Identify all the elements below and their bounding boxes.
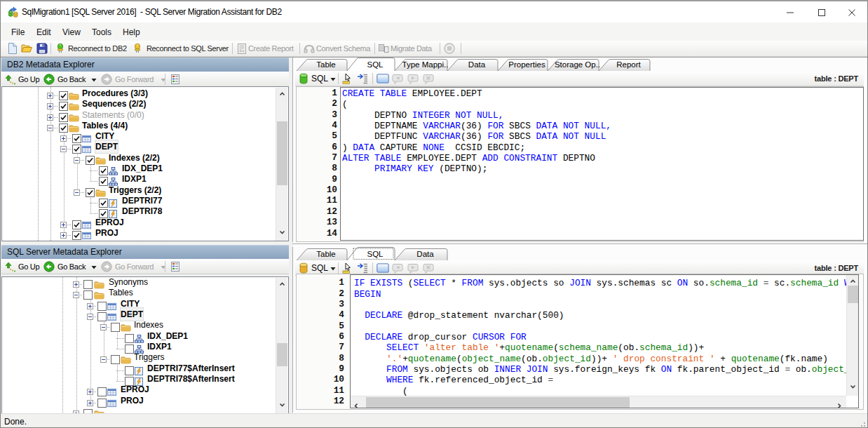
svg-text:Report: Report (616, 60, 641, 69)
svg-text:Type Mappi..: Type Mappi.. (402, 60, 449, 69)
svg-text:Storage Op..: Storage Op.. (555, 60, 600, 69)
svg-text:Data: Data (468, 60, 486, 69)
svg-text:SQL: SQL (367, 60, 384, 69)
svg-text:Table: Table (316, 60, 336, 69)
svg-text:Properties: Properties (508, 60, 545, 69)
svg-text:Table: Table (316, 250, 336, 258)
svg-text:Data: Data (416, 250, 434, 258)
svg-text:SQL: SQL (367, 250, 384, 258)
